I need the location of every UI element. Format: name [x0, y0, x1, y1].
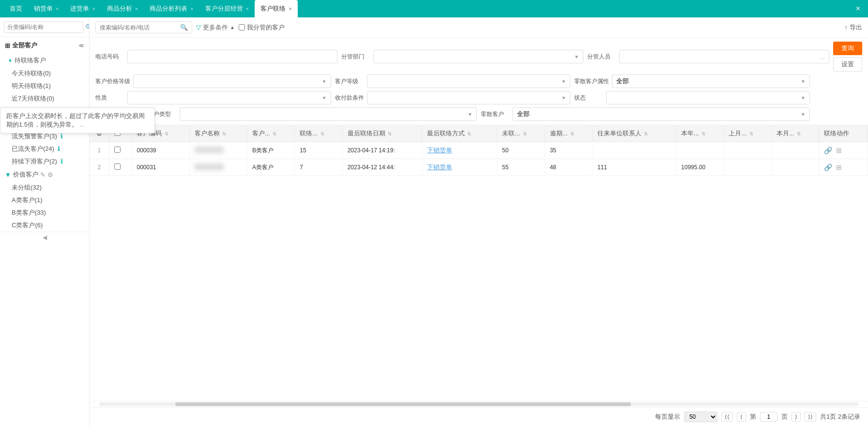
nav-product-analysis[interactable]: 商品分析 ×	[101, 0, 144, 17]
sidebar-item-c-class[interactable]: C类客户(6)	[0, 219, 89, 232]
scroll-thumb[interactable]	[175, 402, 631, 406]
edit-icon[interactable]: ✎	[40, 171, 46, 178]
filter-cell-customer-type: 客户类型 ▼	[148, 107, 477, 121]
sidebar-item-declining[interactable]: 持续下滑客户(2) ℹ	[0, 155, 89, 168]
manager-input[interactable]: ...	[619, 50, 829, 63]
sort-icon-type[interactable]: ⇅	[273, 131, 276, 136]
page-end-label: 页	[781, 412, 788, 421]
window-close-button[interactable]: ×	[852, 4, 864, 13]
nav-customer-tier[interactable]: 客户分层经营 ×	[199, 0, 255, 17]
sort-icon-unlink[interactable]: ⇅	[523, 131, 527, 136]
sort-icon-partner[interactable]: ⇅	[644, 131, 648, 136]
customer-type-dropdown[interactable]: ▼	[180, 107, 477, 121]
table-footer: 每页显示 50 20 100 ⟨⟨ ⟨ 第 页 ⟩ ⟩⟩ 共1页 2条记录	[90, 407, 868, 426]
my-customers-checkbox[interactable]	[239, 24, 245, 30]
sort-icon-month[interactable]: ⇅	[797, 131, 801, 136]
sort-icon-code[interactable]: ⇅	[165, 131, 168, 136]
query-button[interactable]: 查询	[833, 42, 862, 55]
per-page-select[interactable]: 50 20 100	[684, 411, 717, 422]
sidebar-item-today[interactable]: 今天待联络(0)	[0, 67, 89, 80]
prev-page-btn[interactable]: ⟨	[737, 412, 746, 422]
nav-product-list-close[interactable]: ×	[190, 6, 193, 12]
sort-icon-date[interactable]: ⇅	[388, 131, 392, 136]
lost-warning-info-icon[interactable]: ℹ	[61, 132, 63, 140]
phone-input[interactable]	[127, 50, 337, 63]
sort-icon-contact[interactable]: ⇅	[320, 131, 324, 136]
sidebar-item-7days[interactable]: 近7天待联络(0)	[0, 92, 89, 105]
nav-customer-contact-close[interactable]: ×	[289, 6, 291, 12]
search-input[interactable]	[100, 24, 180, 31]
chevron-down-icon7: ▼	[801, 95, 806, 101]
payment-dropdown[interactable]: ▼	[367, 91, 571, 104]
row1-last-method[interactable]: 下销货单	[422, 142, 497, 159]
my-customers-checkbox-area[interactable]: 我分管的客户	[239, 23, 285, 32]
retail-attr-dropdown[interactable]: 全部 ▼	[612, 74, 810, 88]
row2-link-icon[interactable]: 🔗	[824, 163, 832, 171]
more-conditions-btn[interactable]: ▽ 更多条件 ▲	[196, 23, 235, 32]
settings-button[interactable]: 设置	[833, 57, 862, 72]
sort-icon-year[interactable]: ⇅	[701, 131, 705, 136]
nav-customer-tier-close[interactable]: ×	[246, 6, 249, 12]
customer-level-dropdown[interactable]: ▼	[367, 74, 571, 88]
price-level-dropdown[interactable]: ▼	[133, 74, 331, 88]
row2-detail-icon[interactable]: ⊞	[836, 163, 842, 171]
nav-sales-order-close[interactable]: ×	[56, 6, 59, 12]
nav-customer-contact[interactable]: 客户联络 ×	[255, 0, 297, 17]
sidebar-search-button[interactable]: 🔍	[85, 24, 90, 31]
grid-icon: ⊞	[5, 42, 10, 49]
sidebar-expand-left[interactable]: ◀	[43, 234, 47, 241]
current-page-input[interactable]	[760, 412, 777, 422]
row1-last-month	[724, 142, 771, 159]
col-last-month: 上月... ⇅	[724, 125, 771, 142]
sidebar-item-ungrouped[interactable]: 未分组(32)	[0, 181, 89, 194]
last-page-btn[interactable]: ⟩⟩	[805, 412, 816, 422]
row1-name	[189, 142, 247, 159]
row2-checkbox[interactable]	[114, 163, 121, 170]
nav-home[interactable]: 首页	[4, 0, 28, 17]
status-dropdown[interactable]: ▼	[606, 91, 810, 104]
sidebar-item-tomorrow[interactable]: 明天待联络(1)	[0, 80, 89, 92]
nav-product-analysis-list[interactable]: 商品分析列表 ×	[144, 0, 199, 17]
sidebar-collapse-icon[interactable]: ≪	[78, 43, 84, 49]
row1-link-icon[interactable]: 🔗	[824, 147, 832, 154]
nav-product-analysis-close[interactable]: ×	[135, 6, 138, 12]
nav-purchase-close[interactable]: ×	[92, 6, 95, 12]
export-button[interactable]: ↑ 导出	[845, 23, 863, 32]
row2-last-method-link[interactable]: 下销货单	[427, 163, 452, 171]
row1-last-method-link[interactable]: 下销货单	[427, 147, 452, 154]
nav-sales-order[interactable]: 销货单 ×	[28, 0, 64, 17]
sidebar-item-lost[interactable]: 已流失客户(24) ℹ	[0, 143, 89, 155]
horizontal-scrollbar[interactable]	[90, 401, 868, 407]
sort-icon-name[interactable]: ⇅	[222, 131, 226, 136]
sidebar-value-customers-header[interactable]: ▼ 价值客户 ✎ ⚙	[0, 168, 89, 181]
chevron-down-icon6: ▼	[561, 95, 566, 101]
sidebar-pending-contact-group[interactable]: ▼ 待联络客户	[0, 54, 89, 67]
row1-checkbox-cell	[109, 142, 132, 159]
retail-dropdown[interactable]: 全部 ▼	[513, 107, 810, 121]
sidebar-search-input[interactable]	[4, 21, 83, 33]
row1-checkbox[interactable]	[114, 147, 121, 153]
row2-index: 2	[90, 159, 109, 176]
settings-icon[interactable]: ⚙	[47, 171, 53, 178]
sidebar-item-b-class[interactable]: B类客户(33)	[0, 206, 89, 219]
row1-detail-icon[interactable]: ⊞	[836, 147, 842, 154]
filter-icon: ▽	[196, 24, 201, 31]
sidebar: 🔍 ⊞ 全部客户 ≪ ▼ 待联络客户 今天待联络(0) 明天待联络(1) 近7天…	[0, 17, 90, 426]
row1-code: 000039	[132, 142, 189, 159]
sort-icon-overdue[interactable]: ⇅	[570, 131, 574, 136]
lost-info-icon[interactable]: ℹ	[58, 145, 60, 152]
first-page-btn[interactable]: ⟨⟨	[721, 412, 733, 422]
dept-dropdown[interactable]: ▼	[373, 50, 583, 63]
row2-last-method[interactable]: 下销货单	[422, 159, 497, 176]
row1-type: B类客户	[247, 142, 294, 159]
filter-cell-retail: 零散客户 全部 ▼	[481, 107, 810, 121]
sort-icon-last-month[interactable]: ⇅	[749, 131, 753, 136]
sort-icon-method[interactable]: ⇅	[467, 131, 471, 136]
sidebar-item-a-class[interactable]: A类客户(1)	[0, 194, 89, 206]
next-page-btn[interactable]: ⟩	[792, 412, 801, 422]
nav-purchase-order[interactable]: 进货单 ×	[64, 0, 101, 17]
search-icon[interactable]: 🔍	[180, 24, 188, 31]
declining-info-icon[interactable]: ℹ	[61, 158, 63, 165]
sidebar-all-customers-header[interactable]: ⊞ 全部客户 ≪	[0, 37, 89, 54]
gender-dropdown[interactable]: ▼	[127, 91, 331, 104]
